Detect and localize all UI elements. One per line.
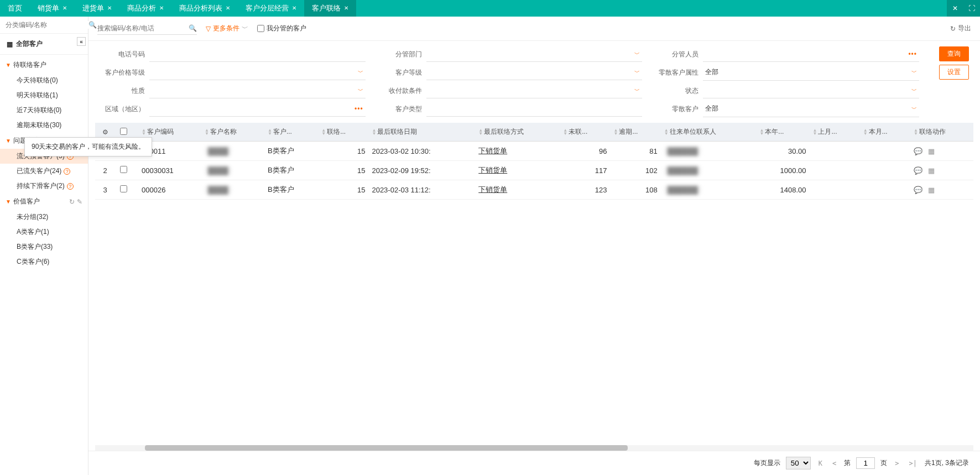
settings-button[interactable]: 设置 (939, 65, 969, 80)
row-checkbox[interactable] (120, 185, 127, 192)
tree-item[interactable]: C类客户(6) (0, 254, 88, 269)
filter-retailattr-select[interactable]: 全部﹀ (703, 64, 919, 81)
filter-status-select[interactable]: ﹀ (703, 83, 919, 98)
tree-item[interactable]: 未分组(32) (0, 210, 88, 225)
tree-group-header[interactable]: ▼待联络客户 (0, 57, 88, 73)
last-way-link[interactable]: 下销货单 (478, 147, 507, 155)
search-icon[interactable]: 🔍 (189, 24, 197, 32)
more-filters-label: 更多条件 (213, 24, 239, 33)
filter-icon: ▽ (206, 25, 211, 33)
cell-lastm (810, 142, 860, 161)
close-icon[interactable]: ✕ (292, 0, 296, 17)
column-header[interactable]: ▲▼最后联络方式 (475, 123, 560, 142)
filter-region-select[interactable]: ••• (149, 101, 366, 117)
column-header[interactable]: ▲▼客户名称 (201, 123, 264, 142)
filter-custtype-input[interactable] (426, 101, 643, 117)
tree-item[interactable]: 明天待联络(1) (0, 88, 88, 103)
sidebar-all-customers[interactable]: ▦ 全部客户 « (0, 34, 88, 55)
filter-dept-select[interactable]: ﹀ (426, 46, 643, 62)
qr-icon[interactable]: ▦ (928, 147, 935, 155)
first-page-button[interactable]: K (816, 460, 825, 467)
tab-商品分析列表[interactable]: 商品分析列表✕ (171, 0, 238, 17)
fullscreen-button[interactable]: ⛶ (963, 0, 980, 17)
caret-down-icon: ▼ (6, 199, 11, 205)
prev-page-button[interactable]: < (830, 460, 838, 467)
filter-payterms-select[interactable]: ﹀ (426, 83, 643, 98)
cell-code: 00030031 (138, 161, 201, 180)
my-customers-checkbox-input[interactable] (257, 25, 264, 32)
my-customers-checkbox[interactable]: 我分管的客户 (257, 24, 306, 33)
tab-首页[interactable]: 首页 (0, 0, 30, 17)
horizontal-scrollbar[interactable] (95, 445, 973, 451)
tree-item[interactable]: 近7天待联络(0) (0, 103, 88, 118)
tree-item[interactable]: B类客户(33) (0, 239, 88, 254)
tab-商品分析[interactable]: 商品分析✕ (119, 0, 171, 17)
per-page-select[interactable]: 50 (786, 457, 811, 469)
query-button[interactable]: 查询 (939, 46, 969, 61)
column-header[interactable]: ▲▼未联... (560, 123, 610, 142)
my-customers-label: 我分管的客户 (267, 24, 306, 33)
tree-item[interactable]: A类客户(1) (0, 225, 88, 239)
close-all-tabs-button[interactable]: ✕ (947, 0, 963, 17)
tree-item[interactable]: 逾期未联络(30) (0, 118, 88, 133)
edit-icon[interactable]: ✎ (77, 198, 82, 206)
column-header[interactable]: ▲▼联络动作 (910, 123, 973, 142)
column-header[interactable]: ▲▼上月... (810, 123, 860, 142)
column-header[interactable]: ▲▼本月... (860, 123, 910, 142)
column-header[interactable]: ▲▼逾期... (611, 123, 661, 142)
select-all-checkbox[interactable] (120, 128, 127, 135)
column-header[interactable]: ▲▼客户... (264, 123, 318, 142)
collapse-sidebar-button[interactable]: « (77, 37, 86, 46)
more-filters-button[interactable]: ▽ 更多条件 ﹀ (206, 24, 248, 33)
tree-item[interactable]: 已流失客户(24)? (0, 164, 88, 179)
tab-进货单[interactable]: 进货单✕ (75, 0, 119, 17)
tab-客户分层经营[interactable]: 客户分层经营✕ (238, 0, 304, 17)
tab-客户联络[interactable]: 客户联络✕ (304, 0, 356, 17)
table-row[interactable]: 200030031████B类客户152023-02-09 19:52:下销货单… (95, 161, 973, 180)
cell-year: 30.00 (756, 142, 809, 161)
tooltip: 90天未交易的客户，可能有流失风险。 (24, 137, 152, 156)
page-input[interactable] (856, 457, 875, 469)
filter-phone-input[interactable] (149, 46, 366, 62)
table-row[interactable]: 1000011████B类客户152023-03-02 10:30:下销货单96… (95, 142, 973, 161)
tree-item[interactable]: 持续下滑客户(2)? (0, 179, 88, 194)
qr-icon[interactable]: ▦ (928, 166, 935, 175)
tab-销货单[interactable]: 销货单✕ (30, 0, 75, 17)
filter-retail-select[interactable]: 全部﹀ (703, 101, 919, 117)
last-way-link[interactable]: 下销货单 (478, 166, 507, 174)
row-checkbox[interactable] (120, 166, 127, 173)
close-icon[interactable]: ✕ (344, 0, 348, 17)
column-header[interactable]: ▲▼联络... (318, 123, 368, 142)
refresh-icon[interactable]: ↻ (69, 198, 75, 206)
tree-item[interactable]: 今天待联络(0) (0, 73, 88, 88)
qr-icon[interactable]: ▦ (928, 186, 935, 194)
table-row[interactable]: 3000026████B类客户152023-02-03 11:12:下销货单12… (95, 180, 973, 200)
next-page-button[interactable]: > (893, 460, 901, 467)
page-suffix: 页 (880, 458, 887, 468)
chevron-down-icon: ﹀ (634, 50, 640, 58)
last-page-button[interactable]: >| (907, 460, 919, 467)
tree-group-header[interactable]: ▼价值客户↻✎ (0, 194, 88, 210)
export-button[interactable]: ↻ 导出 (950, 24, 971, 33)
cell-person: ██████ (661, 180, 757, 200)
chat-icon[interactable]: 💬 (914, 166, 922, 175)
close-icon[interactable]: ✕ (159, 0, 164, 17)
close-icon[interactable]: ✕ (107, 0, 112, 17)
filter-level-select[interactable]: ﹀ (426, 65, 643, 80)
filter-person-select[interactable]: ••• (703, 46, 919, 62)
column-header[interactable]: ▲▼最后联络日期 (368, 123, 475, 142)
cell-code: 000026 (138, 180, 201, 200)
filter-pricelevel-select[interactable]: ﹀ (149, 65, 366, 80)
close-icon[interactable]: ✕ (226, 0, 230, 17)
column-header[interactable]: ▲▼本年... (756, 123, 809, 142)
gear-icon[interactable]: ⚙ (102, 128, 108, 136)
column-header[interactable]: ▲▼往来单位联系人 (661, 123, 757, 142)
last-way-link[interactable]: 下销货单 (478, 185, 507, 194)
sidebar-search-input[interactable] (6, 21, 88, 29)
filter-nature-select[interactable]: ﹀ (149, 83, 366, 98)
chevron-down-icon: ﹀ (358, 87, 363, 95)
close-icon[interactable]: ✕ (62, 0, 67, 17)
chat-icon[interactable]: 💬 (914, 147, 922, 155)
chat-icon[interactable]: 💬 (914, 186, 922, 194)
search-input[interactable] (97, 22, 189, 34)
